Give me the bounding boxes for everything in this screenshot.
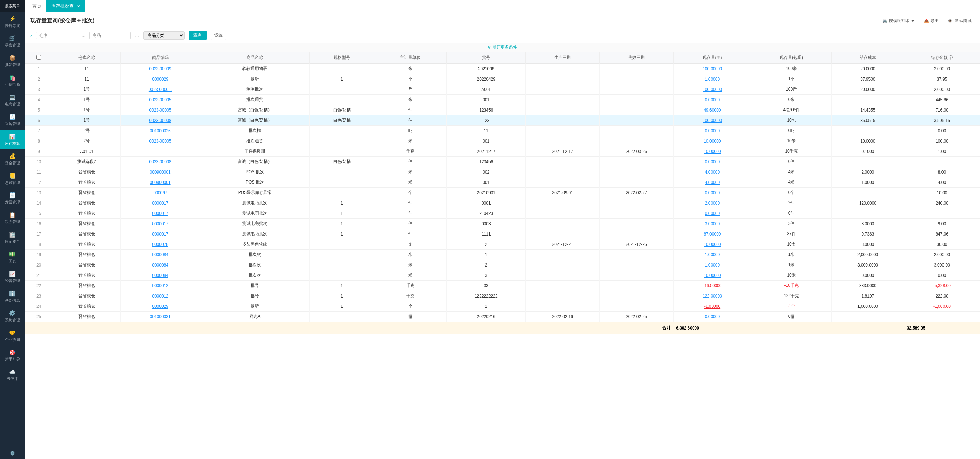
row-idx: 15 [25,208,53,219]
product-ellipsis[interactable]: ... [135,33,139,38]
sidebar-item-new-guide[interactable]: 🎯 新手引导 [0,346,25,365]
row-unit-cost: 9.7363 [831,229,904,239]
sidebar-item-mgmt[interactable]: 📈 经营管理 [0,267,25,287]
row-product-code[interactable]: 0000084 [121,270,200,280]
row-current-qty[interactable]: 0.00000 [673,188,751,198]
row-product-code[interactable]: 001000026 [121,126,200,136]
row-warehouse: 2号 [53,136,121,147]
row-product-code[interactable]: 0023-00005 [121,105,200,115]
row-current-qty[interactable]: 100.00000 [673,115,751,126]
row-current-qty[interactable]: -16.00000 [673,280,751,291]
row-product-code[interactable] [121,147,200,157]
row-product-code[interactable]: 0000017 [121,208,200,219]
row-product-code[interactable]: 0000017 [121,198,200,208]
sidebar-item-invoice[interactable]: 🧾 发票管理 [0,189,25,208]
row-current-qty[interactable]: 10.00000 [673,239,751,250]
row-product-code[interactable]: 0000029 [121,74,200,84]
col-current-qty: 现存量(主) [673,52,751,64]
warehouse-ellipsis[interactable]: ... [81,33,86,38]
row-prod-date [526,270,600,280]
toggle-btn[interactable]: 👁️ 显示/隐藏 [945,16,975,25]
row-product-code[interactable]: 0023-00005 [121,95,200,105]
row-current-qty[interactable]: 49.60000 [673,105,751,115]
table-row: 8 2号 0023-00005 批次通货 米 001 10.00000 10米 … [25,136,980,147]
sidebar-item-cloud-app[interactable]: ☁️ 云应用 [0,365,25,385]
sidebar-item-payroll[interactable]: 💵 工资 [0,247,25,267]
row-product-code[interactable]: 0000029 [121,301,200,312]
row-current-qty[interactable]: 122.00000 [673,291,751,301]
settings-button[interactable]: 设置 [211,31,226,40]
row-current-qty[interactable]: 1.00000 [673,74,751,84]
sidebar-item-wholesale[interactable]: 📦 批发管理 [0,51,25,71]
row-product-code[interactable]: 0023-00005 [121,136,200,147]
warehouse-input[interactable] [36,32,78,39]
row-current-qty[interactable]: 0.00000 [673,95,751,105]
row-product-code[interactable]: 001000031 [121,312,200,322]
row-current-qty[interactable]: 4.00000 [673,167,751,177]
search-button[interactable]: 查询 [189,31,207,40]
row-current-qty[interactable]: 2.00000 [673,198,751,208]
row-current-qty[interactable]: 100.00000 [673,84,751,95]
sidebar-item-basic-info[interactable]: ℹ️ 基础信息 [0,287,25,306]
sidebar-item-asset-mgmt[interactable]: 💰 资金管理 [0,150,25,169]
sidebar-item-general-mgmt[interactable]: 📒 总账管理 [0,169,25,189]
row-product-code[interactable]: 0023-00008 [121,157,200,167]
sidebar-item-quick-nav[interactable]: ⚡ 快捷导航 [0,12,25,32]
batch-print-btn[interactable]: 🖨️ 按模板打印 ▼ [880,16,918,25]
row-product-code[interactable]: 0000078 [121,239,200,250]
row-current-qty[interactable]: 0.00000 [673,126,751,136]
sidebar-logo[interactable]: 搜索菜单 [0,0,25,12]
row-current-qty[interactable]: 4.00000 [673,177,751,188]
row-product-code[interactable]: 000900001 [121,177,200,188]
row-current-qty[interactable]: 10.00000 [673,147,751,157]
row-product-code[interactable]: 0000084 [121,250,200,260]
row-unit-cost: 333.0000 [831,280,904,291]
row-current-qty[interactable]: 1.00000 [673,250,751,260]
sidebar-item-purchase[interactable]: 🧾 采购管理 [0,110,25,130]
row-product-code[interactable]: 0023-00008 [121,115,200,126]
sidebar-item-enterprise[interactable]: 🤝 企业协同 [0,326,25,346]
row-product-code[interactable]: 0000012 [121,291,200,301]
select-all-checkbox[interactable] [37,55,41,60]
row-current-qty[interactable]: 100.00000 [673,64,751,74]
row-product-name: 测试电商批次 [200,219,310,229]
row-product-code[interactable]: 000097 [121,188,200,198]
row-current-qty[interactable]: 10.00000 [673,136,751,147]
tab-home[interactable]: 首页 [27,0,46,13]
category-select[interactable]: 商品分类 [143,31,185,40]
sidebar-item-retail[interactable]: 🛒 零售管理 [0,32,25,51]
row-product-code[interactable]: 000900001 [121,167,200,177]
tab-close-icon[interactable]: ✕ [77,4,80,8]
row-current-qty[interactable]: 1.00000 [673,260,751,270]
row-current-qty[interactable]: 87.00000 [673,229,751,239]
row-product-code[interactable]: 0023-0000... [121,84,200,95]
row-current-qty[interactable]: 0.00000 [673,208,751,219]
sidebar-item-small-ecom[interactable]: 🛍️ 小鹅电商 [0,71,25,91]
row-product-code[interactable]: 0000017 [121,219,200,229]
row-current-qty[interactable]: 0.00000 [673,312,751,322]
row-prod-date [526,301,600,312]
export-btn[interactable]: 📤 导出 [921,16,942,25]
filter-expand-icon[interactable]: › [30,33,32,38]
sidebar-item-tax[interactable]: 📋 税务管理 [0,208,25,228]
row-current-qty[interactable]: -1.00000 [673,301,751,312]
row-idx: 14 [25,198,53,208]
row-product-name: 批次通货 [200,95,310,105]
row-product-code[interactable]: 0000017 [121,229,200,239]
row-current-qty[interactable]: 0.00000 [673,157,751,167]
sidebar-settings[interactable]: ⚙️ [0,447,25,459]
row-product-code[interactable]: 0000012 [121,280,200,291]
row-product-code[interactable]: 0000084 [121,260,200,270]
sidebar-item-ecom-mgmt[interactable]: 💻 电商管理 [0,91,25,110]
product-input[interactable] [89,32,131,39]
sidebar-item-sys-mgmt[interactable]: ⚙️ 系统管理 [0,306,25,326]
tab-inventory-batch[interactable]: 库存批次查 ✕ [46,0,85,13]
sidebar-item-inventory[interactable]: 📊 库存核算 [0,130,25,150]
warehouse-filter [36,32,78,39]
row-product-code[interactable]: 0023-00009 [121,64,200,74]
expand-conditions-btn[interactable]: ∨ 展开更多条件 [488,45,517,50]
sidebar-item-fixed-assets[interactable]: 🏢 固定资产 [0,228,25,247]
row-product-name: POS显示库存异常 [200,188,310,198]
row-current-qty[interactable]: 3.00000 [673,219,751,229]
row-current-qty[interactable]: 10.00000 [673,270,751,280]
